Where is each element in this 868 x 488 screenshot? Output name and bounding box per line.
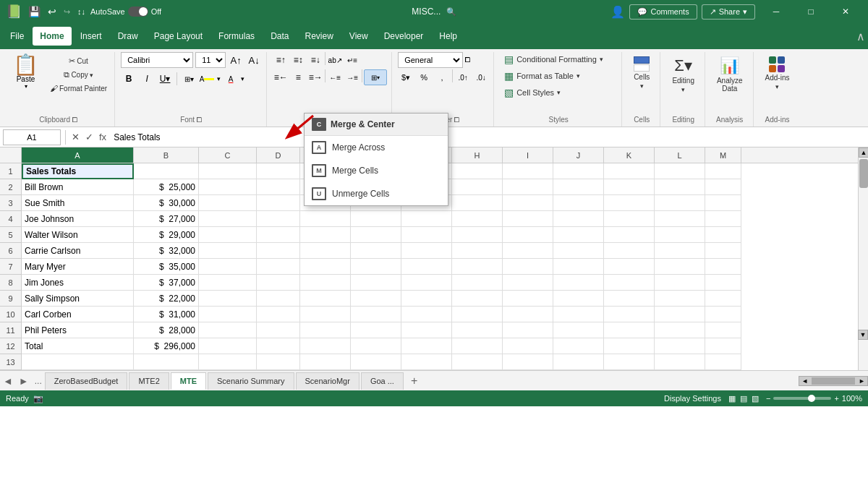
row-header-12[interactable]: 12	[0, 338, 22, 354]
cell-F2[interactable]	[351, 179, 401, 195]
hscroll-thumb[interactable]	[812, 377, 855, 385]
font-name-select[interactable]: Calibri	[121, 52, 193, 68]
cell-D9[interactable]	[257, 291, 300, 307]
row-header-13[interactable]: 13	[0, 354, 22, 370]
cell-K9[interactable]	[604, 291, 655, 307]
cell-K7[interactable]	[604, 259, 655, 275]
menu-view[interactable]: View	[342, 27, 375, 46]
decrease-decimal-btn[interactable]: .0↓	[473, 69, 489, 85]
percent-btn[interactable]: %	[416, 69, 432, 85]
row-header-4[interactable]: 4	[0, 211, 22, 227]
cell-L8[interactable]	[655, 275, 705, 291]
accounting-format-btn[interactable]: $▾	[398, 69, 414, 85]
cell-K6[interactable]	[604, 243, 655, 259]
cell-F3[interactable]	[351, 195, 401, 211]
cell-M7[interactable]	[705, 259, 741, 275]
cell-L4[interactable]	[655, 211, 705, 227]
cell-J3[interactable]	[553, 195, 604, 211]
col-header-H[interactable]: H	[452, 147, 503, 163]
cell-B12[interactable]: $ 296,000	[134, 338, 199, 354]
cell-B13[interactable]	[134, 354, 199, 370]
cell-H1[interactable]	[452, 163, 503, 179]
font-color-button[interactable]: A	[223, 71, 239, 87]
paste-button[interactable]: 📋 Paste ▾	[7, 52, 44, 93]
cell-G8[interactable]	[401, 275, 452, 291]
cell-M8[interactable]	[705, 275, 741, 291]
cell-G7[interactable]	[401, 259, 452, 275]
cell-B8[interactable]: $ 37,000	[134, 275, 199, 291]
cell-C5[interactable]	[199, 227, 257, 243]
minimize-button[interactable]: ─	[760, 0, 793, 23]
cells-button[interactable]: Cells ▾	[628, 52, 655, 94]
decrease-indent-btn[interactable]: ←≡	[327, 69, 343, 85]
menu-review[interactable]: Review	[297, 27, 340, 46]
cell-M6[interactable]	[705, 243, 741, 259]
search-title-icon[interactable]: 🔍	[446, 7, 456, 16]
cell-I11[interactable]	[503, 322, 553, 338]
editing-button[interactable]: Σ▾ Editing ▾	[666, 52, 700, 98]
cell-D13[interactable]	[257, 354, 300, 370]
cell-I10[interactable]	[503, 307, 553, 322]
row-header-3[interactable]: 3	[0, 195, 22, 211]
cell-K1[interactable]	[604, 163, 655, 179]
cell-G3[interactable]	[401, 195, 452, 211]
merge-center-btn[interactable]: ⊞ ▾	[364, 69, 387, 85]
align-middle-btn[interactable]: ≡↕	[290, 52, 306, 68]
cell-K11[interactable]	[604, 322, 655, 338]
menu-home[interactable]: Home	[33, 27, 71, 46]
menu-data[interactable]: Data	[263, 27, 296, 46]
cell-D3[interactable]	[257, 195, 300, 211]
menu-page-layout[interactable]: Page Layout	[147, 27, 210, 46]
cell-M11[interactable]	[705, 322, 741, 338]
name-box[interactable]	[3, 129, 61, 145]
cell-G2[interactable]	[401, 179, 452, 195]
cell-C6[interactable]	[199, 243, 257, 259]
cell-J2[interactable]	[553, 179, 604, 195]
cell-C10[interactable]	[199, 307, 257, 322]
cell-J13[interactable]	[553, 354, 604, 370]
cell-G12[interactable]	[401, 338, 452, 354]
cell-H7[interactable]	[452, 259, 503, 275]
cell-A9[interactable]: Sally Simpson	[22, 291, 134, 307]
cell-G10[interactable]	[401, 307, 452, 322]
cell-M9[interactable]	[705, 291, 741, 307]
cell-A12[interactable]: Total	[22, 338, 134, 354]
col-header-M[interactable]: M	[705, 147, 741, 163]
cell-A5[interactable]: Walter Wilson	[22, 227, 134, 243]
cell-E8[interactable]	[300, 275, 351, 291]
cell-G5[interactable]	[401, 227, 452, 243]
cell-L12[interactable]	[655, 338, 705, 354]
cell-J4[interactable]	[553, 211, 604, 227]
cell-F6[interactable]	[351, 243, 401, 259]
scroll-down-btn[interactable]: ▼	[858, 330, 868, 340]
cell-E13[interactable]	[300, 354, 351, 370]
cell-E10[interactable]	[300, 307, 351, 322]
cell-H2[interactable]	[452, 179, 503, 195]
align-top-btn[interactable]: ≡↑	[273, 52, 289, 68]
cell-E11[interactable]	[300, 322, 351, 338]
alignment-expand-icon[interactable]: ⧠	[344, 116, 350, 124]
cell-J6[interactable]	[553, 243, 604, 259]
cell-B4[interactable]: $ 27,000	[134, 211, 199, 227]
cell-H5[interactable]	[452, 227, 503, 243]
cell-F12[interactable]	[351, 338, 401, 354]
cell-F4[interactable]	[351, 211, 401, 227]
cell-D1[interactable]	[257, 163, 300, 179]
cell-H11[interactable]	[452, 322, 503, 338]
cell-F10[interactable]	[351, 307, 401, 322]
cell-G13[interactable]	[401, 354, 452, 370]
cell-A4[interactable]: Joe Johnson	[22, 211, 134, 227]
sheet-tab-goa[interactable]: Goa ...	[361, 372, 404, 390]
cancel-formula-icon[interactable]: ✕	[70, 130, 81, 144]
close-button[interactable]: ✕	[829, 0, 862, 23]
cell-G1[interactable]	[401, 163, 452, 179]
scroll-tabs-left-btn[interactable]: ◄	[0, 375, 16, 387]
text-direction-btn[interactable]: ab↗	[327, 52, 343, 68]
fill-color-button[interactable]: A	[199, 71, 215, 87]
cell-I6[interactable]	[503, 243, 553, 259]
share-button[interactable]: ↗ Share ▾	[702, 4, 755, 20]
cell-B9[interactable]: $ 22,000	[134, 291, 199, 307]
cell-B10[interactable]: $ 31,000	[134, 307, 199, 322]
cell-B7[interactable]: $ 35,000	[134, 259, 199, 275]
cell-I5[interactable]	[503, 227, 553, 243]
